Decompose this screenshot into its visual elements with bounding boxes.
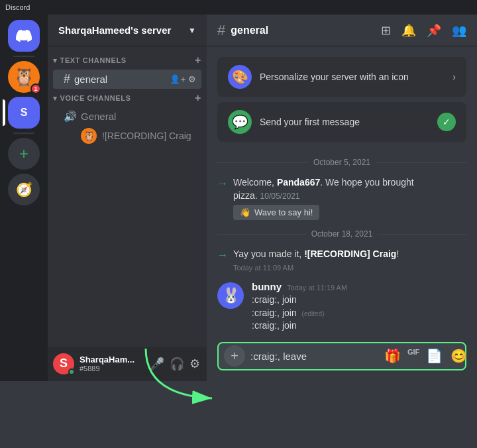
- headphone-icon[interactable]: 🎧: [168, 355, 186, 372]
- compass-icon: 🧭: [16, 182, 32, 197]
- app-window: Discord 🦉 1 S + 🧭: [0, 0, 477, 448]
- user-name: SharqaHam...: [80, 355, 143, 364]
- bunny-msg-line-2: :craig:, join (edited): [252, 307, 466, 320]
- wave-button[interactable]: 👋 Wave to say hi!: [233, 205, 319, 220]
- pin-icon[interactable]: 📌: [427, 23, 441, 38]
- server-divider-2: [13, 133, 34, 134]
- setup-card-personalize[interactable]: 🎨 Personalize your server with an icon ›: [217, 57, 466, 97]
- input-area: + 🎁 GIF 📄 😊: [207, 342, 477, 381]
- header-icons: ⊞ 🔔 📌 👥: [381, 23, 466, 38]
- craig-avatar: 🦉: [81, 128, 97, 144]
- voice-member-craig[interactable]: 🦉 ![RECORDING] Craig: [53, 126, 201, 146]
- bunny-avatar: 🐰: [217, 282, 244, 309]
- text-channels-category[interactable]: ▾ TEXT CHANNELS +: [48, 52, 207, 69]
- edited-label: (edited): [302, 310, 325, 317]
- add-channel-button[interactable]: +: [195, 54, 201, 66]
- messages-area: 🎨 Personalize your server with an icon ›…: [207, 46, 477, 342]
- main-content: # general ⊞ 🔔 📌 👥 🎨 Personalize your ser…: [207, 15, 477, 381]
- channel-icons: 👤+ ⚙: [170, 74, 196, 84]
- channel-header: # general ⊞ 🔔 📌 👥: [207, 15, 477, 46]
- welcome-text: Welcome, Panda667. We hope you brought p…: [233, 177, 414, 201]
- recording-suffix: !: [396, 249, 399, 259]
- pinned-icon[interactable]: ⊞: [381, 23, 391, 38]
- app-body: 🦉 1 S + 🧭 SharqaHameed's server ▼: [0, 15, 477, 381]
- chevron-right-icon: ›: [452, 72, 456, 82]
- server-name-label: SharqaHameed's server: [58, 25, 171, 36]
- welcome-bold-name: Panda667: [277, 177, 320, 188]
- bunny-msg-line-3: :craig:, join: [252, 319, 466, 333]
- emoji-icon[interactable]: 😊: [448, 345, 470, 366]
- first-message-icon: 💬: [228, 110, 252, 134]
- members-icon[interactable]: 👥: [452, 23, 466, 38]
- bunny-msg-line-1: :craig:, join: [252, 294, 466, 307]
- wave-emoji: 👋: [240, 207, 250, 217]
- server-sidebar: 🦉 1 S + 🧭: [0, 15, 48, 381]
- user-discriminator: #5889: [80, 364, 143, 372]
- channel-sidebar: SharqaHameed's server ▼ ▾ TEXT CHANNELS …: [48, 15, 207, 381]
- title-bar: Discord: [0, 0, 477, 15]
- add-member-icon[interactable]: 👤+: [170, 74, 186, 84]
- user-status-dot: [68, 368, 75, 375]
- welcome-prefix: Welcome,: [233, 177, 277, 188]
- add-voice-channel-button[interactable]: +: [195, 92, 201, 104]
- recording-message: → Yay you made it, ![RECORDING] Craig! T…: [207, 245, 477, 276]
- channel-list: ▾ TEXT CHANNELS + # general 👤+ ⚙ ▾ VOICE…: [48, 46, 207, 347]
- explore-button[interactable]: 🧭: [8, 174, 40, 205]
- wave-button-text: Wave to say hi!: [254, 207, 313, 217]
- date-divider-2: October 18, 2021: [207, 224, 477, 244]
- user-info: SharqaHam... #5889: [80, 355, 143, 372]
- bunny-line-2-text: :craig:, join: [252, 308, 297, 318]
- owl-icon: 🦉: [13, 67, 34, 87]
- server-name-bar[interactable]: SharqaHameed's server ▼: [48, 15, 207, 46]
- settings-icon[interactable]: ⚙: [188, 74, 196, 84]
- plus-icon: +: [19, 144, 28, 163]
- divider-2-text: October 18, 2021: [311, 229, 373, 239]
- notification-icon[interactable]: 🔔: [401, 23, 416, 38]
- personalize-text: Personalize your server with an icon: [260, 72, 445, 82]
- welcome-timestamp: 10/05/2021: [260, 192, 300, 201]
- chevron-down-icon: ▼: [188, 26, 196, 35]
- message-input[interactable]: [250, 343, 376, 369]
- channel-general[interactable]: # general 👤+ ⚙: [53, 70, 201, 89]
- setup-card-first-message[interactable]: 💬 Send your first message ✓: [217, 102, 466, 142]
- personalize-icon: 🎨: [228, 65, 252, 89]
- date-divider-1: October 5, 2021: [207, 152, 477, 172]
- hash-icon: #: [64, 72, 70, 86]
- title-bar-text: Discord: [5, 3, 30, 11]
- gif-icon[interactable]: GIF: [406, 345, 421, 366]
- channel-name-label: general: [74, 74, 107, 85]
- notification-badge: 1: [30, 84, 41, 94]
- server-icon-discord[interactable]: [8, 20, 40, 52]
- setup-cards: 🎨 Personalize your server with an icon ›…: [207, 52, 477, 147]
- user-controls: 🎤 🎧 ⚙: [148, 355, 201, 372]
- recording-bold-name: ![RECORDING] Craig: [304, 249, 396, 259]
- server-icon-owl[interactable]: 🦉 1: [8, 61, 40, 93]
- server-divider: [13, 56, 34, 57]
- settings-icon[interactable]: ⚙: [188, 355, 201, 372]
- speaker-icon: 🔊: [64, 110, 77, 123]
- sticker-icon[interactable]: 📄: [423, 345, 445, 366]
- voice-channels-category[interactable]: ▾ VOICE CHANNELS +: [48, 89, 207, 107]
- user-bar: S SharqaHam... #5889 🎤 🎧 ⚙: [48, 347, 207, 381]
- bunny-message: 🐰 bunny Today at 11:19 AM :craig:, join …: [207, 278, 477, 335]
- server-icon-ss[interactable]: S: [8, 97, 40, 129]
- microphone-icon[interactable]: 🎤: [148, 355, 166, 372]
- channel-hash-icon: #: [217, 22, 225, 39]
- input-icons: 🎁 GIF 📄 😊: [382, 345, 470, 366]
- arrow-right-icon-2: →: [217, 249, 228, 261]
- bunny-message-header: bunny Today at 11:19 AM: [252, 281, 466, 292]
- ss-label: S: [21, 107, 28, 119]
- bunny-message-content: bunny Today at 11:19 AM :craig:, join :c…: [252, 281, 466, 333]
- channel-header-name: general: [231, 25, 268, 36]
- divider-1-text: October 5, 2021: [313, 158, 370, 167]
- gift-icon[interactable]: 🎁: [382, 345, 403, 366]
- message-input-container: + 🎁 GIF 📄 😊: [217, 342, 466, 370]
- recording-text: Yay you made it, ![RECORDING] Craig!: [233, 249, 399, 259]
- voice-member-name: ![RECORDING] Craig: [102, 131, 191, 141]
- attach-button[interactable]: +: [224, 345, 245, 366]
- voice-channel-general[interactable]: 🔊 General: [53, 107, 201, 125]
- welcome-message-content: Welcome, Panda667. We hope you brought p…: [233, 176, 466, 220]
- add-server-button[interactable]: +: [8, 138, 40, 170]
- arrow-right-icon: →: [217, 178, 228, 190]
- recording-timestamp: Today at 11:09 AM: [233, 264, 293, 272]
